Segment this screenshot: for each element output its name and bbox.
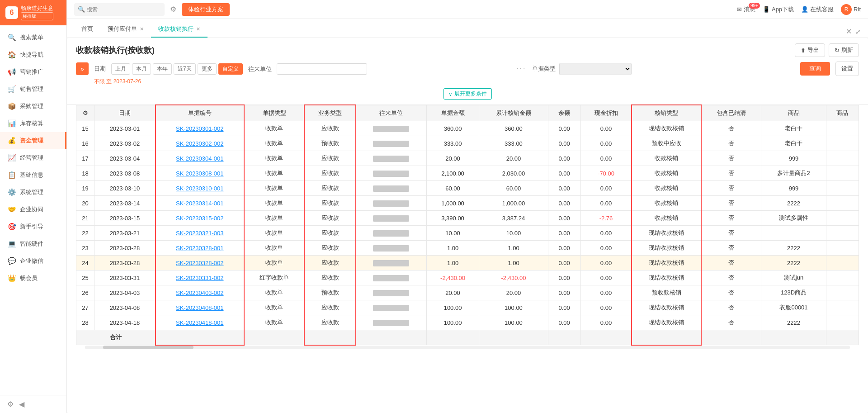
service-button[interactable]: 👤 在线客服 xyxy=(801,5,834,14)
topbar-search-box: 🔍 xyxy=(74,3,165,16)
tab-collection[interactable]: 收款核销执行 ✕ xyxy=(151,21,208,38)
close-window-icon[interactable]: ✕ xyxy=(846,27,852,36)
cell-biz-type: 应收款 xyxy=(304,151,356,166)
doc-type-select[interactable] xyxy=(559,63,632,75)
th-gear[interactable]: ⚙ xyxy=(76,105,94,121)
order-link[interactable]: SK-20230403-002 xyxy=(176,290,224,296)
table-header-row: ⚙ 日期 单据编号 单据类型 业务类型 往来单位 单据金额 累计核销金额 余额 … xyxy=(76,105,859,121)
page-actions: ⬆ 导出 ↻ 刷新 xyxy=(795,43,859,57)
sidebar-item-sales[interactable]: 🛒 销售管理 xyxy=(0,81,66,98)
user-avatar[interactable]: R Rit xyxy=(841,4,861,15)
tab-home[interactable]: 首页 xyxy=(74,21,100,38)
filter-row: » 日期 上月 本月 本年 近7天 更多 自定义 往来单位 ··· 单据类型 xyxy=(76,62,859,76)
cell-balance: 0.00 xyxy=(548,211,580,226)
export-button[interactable]: ⬆ 导出 xyxy=(795,43,825,57)
sidebar-item-guide[interactable]: 🎯 新手引导 xyxy=(0,218,66,235)
cell-date: 2023-04-03 xyxy=(94,285,156,300)
order-link[interactable]: SK-20230331-002 xyxy=(176,275,224,281)
prepay-tab-close[interactable]: ✕ xyxy=(140,26,144,32)
app-download-button[interactable]: 📱 App下载 xyxy=(763,5,794,14)
cell-date: 2023-03-21 xyxy=(94,226,156,241)
hardware-icon: 💻 xyxy=(7,240,16,248)
unit-input[interactable] xyxy=(277,63,367,75)
order-link[interactable]: SK-20230304-001 xyxy=(176,155,224,162)
sidebar-item-system[interactable]: ⚙️ 系统管理 xyxy=(0,184,66,201)
custom-date-btn[interactable]: 自定义 xyxy=(218,63,243,75)
cell-cum-amount: 333.00 xyxy=(479,136,548,151)
order-link[interactable]: SK-20230314-001 xyxy=(176,200,224,207)
order-link[interactable]: SK-20230315-002 xyxy=(176,215,224,222)
order-link[interactable]: SK-20230308-001 xyxy=(176,170,224,177)
cell-incl-settled: 否 xyxy=(701,151,761,166)
cell-order-no: SK-20230418-001 xyxy=(156,315,244,330)
solution-button[interactable]: 体验行业方案 xyxy=(182,3,230,16)
cell-date: 2023-03-28 xyxy=(94,256,156,271)
cell-cum-amount: 3,387.24 xyxy=(479,211,548,226)
collapse-icon[interactable]: ◀ xyxy=(19,400,24,408)
cell-settle-type: 预收中应收 xyxy=(632,136,701,151)
expand-more-btn[interactable]: ∨ 展开更多条件 xyxy=(443,88,492,100)
cell-discount: -2.76 xyxy=(580,211,632,226)
sidebar-item-operations[interactable]: 📈 经营管理 xyxy=(0,149,66,166)
sidebar-item-stock[interactable]: 📊 库存核算 xyxy=(0,115,66,132)
order-link[interactable]: SK-20230408-001 xyxy=(176,304,224,311)
footer-label: 合计 xyxy=(76,330,156,345)
sidebar-item-wechat[interactable]: 💬 企业微信 xyxy=(0,252,66,270)
avatar-icon: R xyxy=(841,4,852,15)
sidebar-item-member[interactable]: 👑 畅会员 xyxy=(0,270,66,287)
sidebar-item-hardware[interactable]: 💻 智能硬件 xyxy=(0,235,66,252)
settings-icon[interactable]: ⚙ xyxy=(7,400,14,408)
cell-date: 2023-03-08 xyxy=(94,166,156,181)
sidebar-item-quicknav[interactable]: 🏠 快捷导航 xyxy=(0,46,66,63)
cell-cum-amount: 20.00 xyxy=(479,285,548,300)
sidebar-item-marketing[interactable]: 📢 营销推广 xyxy=(0,63,66,81)
th-settle-type: 核销类型 xyxy=(632,105,701,121)
sidebar-item-search[interactable]: 🔍 搜索菜单 xyxy=(0,29,66,46)
topbar-gear-icon[interactable]: ⚙ xyxy=(170,5,176,14)
message-button[interactable]: ✉ 消息 99+ xyxy=(737,5,755,14)
more-date-btn[interactable]: 更多 xyxy=(198,63,217,75)
order-link[interactable]: SK-20230328-001 xyxy=(176,245,224,252)
this-month-btn[interactable]: 本月 xyxy=(132,63,151,75)
horizontal-scrollbar[interactable] xyxy=(85,346,850,349)
refresh-button[interactable]: ↻ 刷新 xyxy=(829,43,859,57)
message-icon: ✉ xyxy=(737,6,742,13)
order-link[interactable]: SK-20230328-002 xyxy=(176,260,224,266)
table-wrapper[interactable]: ⚙ 日期 单据编号 单据类型 业务类型 往来单位 单据金额 累计核销金额 余额 … xyxy=(67,104,868,413)
order-link[interactable]: SK-20230302-002 xyxy=(176,140,224,147)
setting-button[interactable]: 设置 xyxy=(835,62,859,76)
order-link[interactable]: SK-20230418-001 xyxy=(176,319,224,326)
sidebar-item-purchase[interactable]: 📦 采购管理 xyxy=(0,98,66,115)
last-month-btn[interactable]: 上月 xyxy=(111,63,130,75)
cell-doc-type: 收款单 xyxy=(244,256,305,271)
cell-incl-settled: 否 xyxy=(701,226,761,241)
th-amount: 单据金额 xyxy=(426,105,479,121)
filter-toggle[interactable]: » xyxy=(76,62,89,75)
table-row: 25 2023-03-31 SK-20230331-002 红字收款单 应收款 … xyxy=(76,271,859,285)
sidebar-item-basic[interactable]: 📋 基础信息 xyxy=(0,166,66,184)
query-button[interactable]: 查询 xyxy=(800,62,830,76)
cell-doc-type: 收款单 xyxy=(244,121,305,136)
sidebar-item-cooperation[interactable]: 🤝 企业协同 xyxy=(0,201,66,218)
maximize-icon[interactable]: ⤢ xyxy=(855,28,861,35)
collection-tab-close[interactable]: ✕ xyxy=(196,26,200,32)
cell-goods2 xyxy=(826,256,859,271)
cell-settle-type: 收款核销 xyxy=(632,196,701,211)
topbar-search-input[interactable] xyxy=(87,6,161,13)
this-year-btn[interactable]: 本年 xyxy=(153,63,172,75)
cell-order-no: SK-20230321-003 xyxy=(156,226,244,241)
footer-settle-type xyxy=(632,330,701,345)
export-icon: ⬆ xyxy=(801,47,806,54)
more-filters-dots[interactable]: ··· xyxy=(516,65,526,73)
cell-amount: 20.00 xyxy=(426,285,479,300)
sidebar-item-finance[interactable]: 💰 资金管理 xyxy=(0,132,66,149)
cell-biz-type: 应收款 xyxy=(304,256,356,271)
scrollbar-thumb[interactable] xyxy=(103,346,193,349)
cell-goods2 xyxy=(826,166,859,181)
order-link[interactable]: SK-20230310-001 xyxy=(176,185,224,192)
cell-goods2 xyxy=(826,315,859,330)
order-link[interactable]: SK-20230321-003 xyxy=(176,230,224,237)
order-link[interactable]: SK-20230301-002 xyxy=(176,125,224,132)
last7-btn[interactable]: 近7天 xyxy=(174,63,196,75)
tab-prepay[interactable]: 预付应付单 ✕ xyxy=(100,21,151,38)
